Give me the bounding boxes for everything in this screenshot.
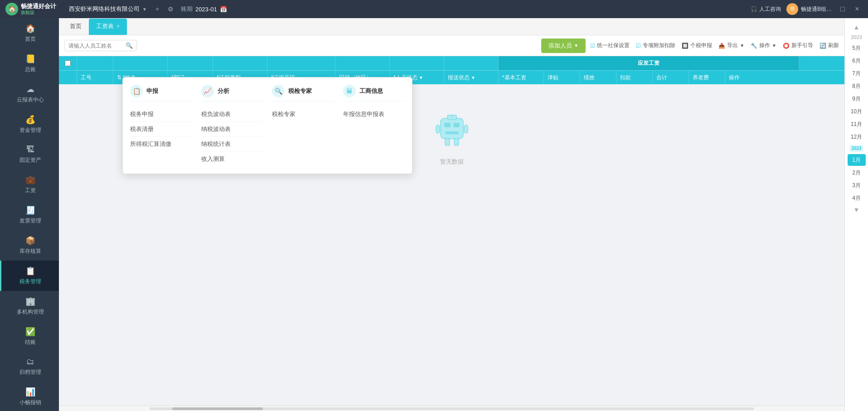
tab-home[interactable]: 首页 [63, 19, 89, 35]
th-name-group [113, 56, 168, 70]
service-btn[interactable]: 🎧 人工咨询 [751, 5, 781, 13]
sidebar-label-home: 首页 [25, 35, 36, 43]
tab-close-btn[interactable]: × [116, 23, 120, 29]
menu-item-income-calc[interactable]: 收入测算 [201, 152, 263, 166]
sidebar-item-ledger[interactable]: 📒 总账 [0, 48, 59, 79]
sidebar-item-funds[interactable]: 💰 资金管理 [0, 109, 59, 140]
menu-item-tax-declaration[interactable]: 税务申报 [130, 107, 192, 122]
sidebar-item-inventory[interactable]: 📦 库存核算 [0, 230, 59, 261]
month-11[interactable]: 11月 [848, 118, 866, 130]
month-2[interactable]: 2月 [848, 167, 866, 179]
add-person-label: 添加人员 [548, 42, 572, 50]
svg-rect-5 [464, 125, 468, 133]
menu-item-annual-report[interactable]: 年报信息申报表 [343, 107, 405, 121]
th-report-status[interactable]: 报送状态 ▼ [444, 71, 499, 84]
popup-section-declaration: 📋 申报 税务申报 税表清册 所得税汇算清缴 [130, 85, 192, 166]
analysis-section-icon: 📈 [201, 85, 214, 97]
month-nav-up[interactable]: ▲ [851, 22, 862, 33]
menu-item-tax-table-list[interactable]: 税表清册 [130, 122, 192, 137]
month-3[interactable]: 3月 [848, 179, 866, 191]
business-info-section-title: 工商信息 [359, 87, 383, 95]
tax-return-btn[interactable]: 🔲 个税申报 [682, 42, 712, 49]
sidebar-item-salary[interactable]: 💼 工资 [0, 169, 59, 200]
month-9[interactable]: 9月 [848, 93, 866, 105]
tax-expert-section-icon: 🔍 [272, 85, 285, 97]
menu-item-income-tax-calc[interactable]: 所得税汇算清缴 [130, 137, 192, 151]
month-4[interactable]: 4月 [848, 192, 866, 204]
sidebar-label-salary: 工资 [25, 187, 36, 194]
toolbar-actions: ☑ 统一社保设置 ☑ 专项附加扣除 🔲 个税申报 📤 导出 ▼ 🔧 [590, 42, 839, 49]
select-all-checkbox[interactable] [65, 60, 71, 66]
sidebar-item-archive[interactable]: 🗂 归档管理 [0, 352, 59, 382]
popup-section-business-info: 🏛 工商信息 年报信息申报表 [343, 85, 405, 166]
month-6[interactable]: 6月 [848, 55, 866, 67]
logo-sub: 旗舰版 [21, 10, 56, 15]
menu-item-tax-check[interactable]: 税检专家 [272, 107, 334, 121]
scroll-bar-area [59, 406, 844, 411]
refresh-btn[interactable]: 🔄 刷新 [820, 42, 839, 49]
operate-btn[interactable]: 🔧 操作 ▼ [751, 42, 776, 49]
month-nav-down[interactable]: ▼ [851, 204, 862, 215]
tab-salary-table[interactable]: 工资表 × [89, 19, 127, 35]
export-arrow: ▼ [740, 43, 744, 48]
sidebar-item-home[interactable]: 🏠 首页 [0, 18, 59, 48]
section-header-declaration: 📋 申报 [130, 85, 192, 102]
add-person-btn[interactable]: 添加人员 ▼ [541, 39, 586, 53]
company-selector[interactable]: 西安虾米网络科技有限公司 ▼ [69, 5, 147, 13]
settings-btn[interactable]: ⚙ [168, 5, 174, 13]
sidebar-item-xiaochang[interactable]: 📊 小畅报销 [0, 382, 59, 411]
search-input[interactable] [68, 43, 123, 49]
new-guide-btn[interactable]: ⭕ 新手引导 [783, 42, 813, 49]
sidebar-label-tax: 税务管理 [19, 278, 41, 285]
month-12[interactable]: 12月 [848, 131, 866, 143]
service-label: 人工咨询 [759, 5, 781, 13]
add-company-btn[interactable]: ＋ [154, 5, 160, 13]
special-deduct-btn[interactable]: ☑ 专项附加扣除 [636, 42, 675, 49]
menu-item-tax-fluctuation[interactable]: 税负波动表 [201, 107, 263, 122]
home-icon: 🏠 [25, 24, 35, 34]
sidebar-item-assets[interactable]: 🏗 固定资产 [0, 140, 59, 169]
scroll-track[interactable] [150, 407, 754, 410]
sidebar-item-multi[interactable]: 🏢 多机构管理 [0, 291, 59, 321]
declaration-section-title: 申报 [146, 87, 158, 95]
window-restore-btn[interactable]: □ [837, 4, 848, 15]
special-deduct-label: 专项附加扣除 [643, 42, 675, 49]
menu-item-tax-stat[interactable]: 纳税统计表 [201, 137, 263, 152]
declaration-section-icon: 📋 [130, 85, 143, 97]
headset-icon: 🎧 [751, 6, 757, 12]
sidebar-label-invoice: 发票管理 [19, 217, 41, 225]
new-guide-icon: ⭕ [783, 43, 790, 49]
popup-section-analysis: 📈 分析 税负波动表 纳税波动表 纳税统计表 收入测算 [201, 85, 263, 166]
social-security-label: 统一社保设置 [597, 42, 630, 49]
month-5[interactable]: 5月 [848, 42, 866, 54]
year-label-current: 2023 [851, 34, 862, 40]
month-1[interactable]: 1月 [848, 154, 866, 166]
calendar-icon[interactable]: 📅 [220, 6, 227, 13]
month-10[interactable]: 10月 [848, 106, 866, 117]
search-wrapper: 🔍 [64, 40, 137, 51]
export-btn[interactable]: 📤 导出 ▼ [718, 42, 744, 49]
month-7[interactable]: 7月 [848, 68, 866, 79]
th-deduct: 扣款 [616, 71, 653, 84]
salary-group-label-text: 应发工资 [638, 59, 659, 67]
menu-item-tax-payment-fluct[interactable]: 纳税波动表 [201, 122, 263, 137]
archive-icon: 🗂 [26, 357, 34, 367]
user-avatar: 用 [786, 3, 798, 15]
empty-illustration [432, 111, 472, 152]
social-security-btn[interactable]: ☑ 统一社保设置 [590, 42, 630, 49]
company-name: 西安虾米网络科技有限公司 [69, 5, 140, 13]
sidebar-item-tax[interactable]: 📋 税务管理 [0, 261, 59, 291]
top-header: 🏠 畅捷通好会计 旗舰版 西安虾米网络科技有限公司 ▼ ＋ ⚙ 账期 2023-… [0, 0, 868, 18]
tab-bar: 首页 工资表 × [59, 18, 844, 35]
window-controls: □ × [837, 4, 863, 15]
sidebar-item-invoice[interactable]: 🧾 发票管理 [0, 200, 59, 230]
funds-icon: 💰 [25, 115, 35, 125]
month-8[interactable]: 8月 [848, 80, 866, 92]
th-num-group [77, 56, 113, 70]
sidebar-item-settle[interactable]: ✅ 结账 [0, 321, 59, 352]
scroll-thumb[interactable] [172, 407, 263, 410]
window-close-btn[interactable]: × [852, 4, 863, 15]
th-checkbox-group [59, 56, 77, 70]
sidebar-item-cloud[interactable]: ☁ 云报表中心 [0, 79, 59, 109]
user-info[interactable]: 用 畅捷通B组… [786, 3, 832, 15]
